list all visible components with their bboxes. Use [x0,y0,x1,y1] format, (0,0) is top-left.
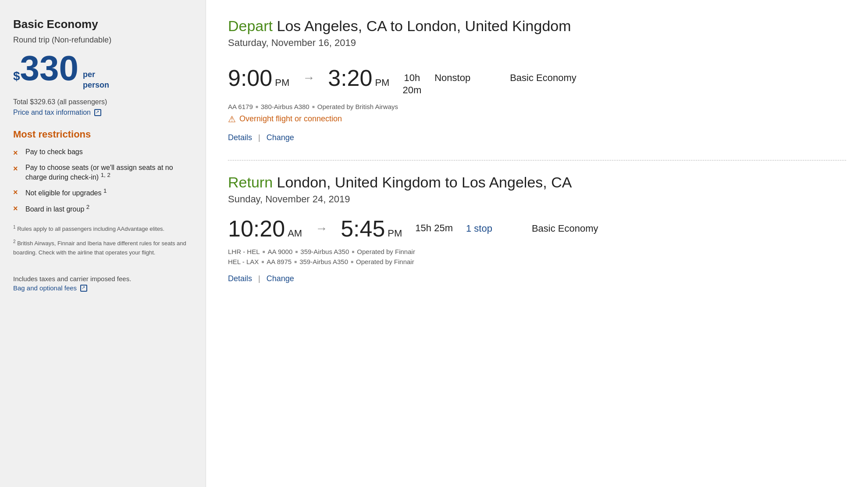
return-date: Sunday, November 24, 2019 [228,194,846,205]
depart-aircraft: 380-Airbus A380 [261,103,309,110]
return-label: Return [228,174,273,191]
dot-5: ■ [352,249,354,254]
depart-flight-number: AA 6179 [228,103,253,110]
overnight-warning: ⚠ Overnight flight or connection [228,114,846,124]
depart-title: Depart Los Angeles, CA to London, United… [228,18,846,35]
return-route: London, United Kingdom to Los Angeles, C… [277,174,572,191]
warning-triangle-icon: ⚠ [228,114,236,124]
restriction-text-2: Pay to choose seats (or we'll assign sea… [25,164,192,181]
section-title: Basic Economy [13,18,192,31]
return-depart-time-block: 10:20 AM [228,215,302,242]
depart-time-block: 9:00 PM [228,65,289,91]
return-flight1-info: LHR - HEL ■ AA 9000 ■ 359-Airbus A350 ■ … [228,248,846,255]
depart-info-row: AA 6179 ■ 380-Airbus A380 ■ Operated by … [228,103,846,110]
trip-type: Round trip (Non-refundable) [13,35,192,45]
depart-operated: Operated by British Airways [317,103,398,110]
external-link-icon [94,109,101,116]
section-divider [228,160,846,161]
footnote-block: 1 Rules apply to all passengers includin… [13,224,192,258]
x-icon-1: × [13,148,20,158]
return-arrive-ampm: PM [388,228,402,239]
return-actions: Details | Change [228,274,846,283]
price-row: $330 per person [13,51,192,95]
arrive-time-block: 3:20 PM [328,65,389,91]
dot-7: ■ [294,259,297,264]
return-arrive-time-block: 5:45 PM [341,215,402,242]
return-section: Return London, United Kingdom to Los Ang… [228,174,846,283]
depart-actions: Details | Change [228,133,846,142]
depart-date: Saturday, November 16, 2019 [228,37,846,49]
return-f2-number: AA 8975 [267,258,292,265]
return-header: Return London, United Kingdom to Los Ang… [228,174,846,205]
total-price: Total $329.63 (all passengers) [13,98,192,106]
return-flight2-info: HEL - LAX ■ AA 8975 ■ 359-Airbus A350 ■ … [228,258,846,265]
dollar-sign: $330 [13,51,78,86]
return-f1-route: LHR - HEL [228,248,260,255]
return-cabin: Basic Economy [532,223,598,234]
per-person-label: per person [83,70,109,90]
return-arrow-icon: → [315,222,327,236]
bag-optional-fees-link[interactable]: Bag and optional fees [13,284,192,292]
depart-ampm: PM [275,77,289,88]
return-f1-aircraft: 359-Airbus A350 [300,248,349,255]
left-panel: Basic Economy Round trip (Non-refundable… [0,0,206,487]
restriction-item-2: × Pay to choose seats (or we'll assign s… [13,164,192,181]
return-details-link[interactable]: Details [228,274,252,283]
restrictions-title: Most restrictions [13,129,192,140]
return-arrive-time: 5:45 [341,215,385,242]
depart-header: Depart Los Angeles, CA to London, United… [228,18,846,49]
restriction-item-3: × Not eligible for upgrades 1 [13,187,192,197]
return-duration: 15h 25m [415,222,453,235]
return-f1-number: AA 9000 [268,248,293,255]
x-icon-3: × [13,188,20,197]
depart-stops: Nonstop [434,72,470,84]
arrow-icon: → [302,71,315,85]
return-times-row: 10:20 AM → 5:45 PM 15h 25m 1 stop Basic … [228,215,846,242]
dot-1: ■ [256,104,258,109]
pipe-2: | [258,274,260,283]
price-tax-link[interactable]: Price and tax information [13,109,192,116]
right-panel: Depart Los Angeles, CA to London, United… [206,0,868,487]
dot-8: ■ [351,259,353,264]
return-change-link[interactable]: Change [267,274,294,283]
return-f1-operated: Operated by Finnair [357,248,415,255]
depart-time: 9:00 [228,65,272,91]
depart-cabin: Basic Economy [510,72,576,84]
restriction-item-4: × Board in last group 2 [13,204,192,213]
restriction-text-3: Not eligible for upgrades 1 [25,187,107,197]
restriction-item-1: × Pay to check bags [13,148,192,158]
x-icon-4: × [13,204,20,213]
restriction-text-4: Board in last group 2 [25,204,89,213]
depart-duration: 10h 20m [402,59,421,97]
bag-external-icon [80,285,87,292]
restriction-text-1: Pay to check bags [25,148,83,156]
return-f2-route: HEL - LAX [228,258,259,265]
depart-label: Depart [228,18,273,34]
arrive-ampm: PM [375,77,389,88]
depart-times-row: 9:00 PM → 3:20 PM 10h 20m Nonstop Basic … [228,59,846,97]
return-f2-operated: Operated by Finnair [356,258,414,265]
dot-6: ■ [261,259,264,264]
dot-2: ■ [312,104,315,109]
price-amount: 330 [20,49,78,88]
depart-route: Los Angeles, CA to London, United Kingdo… [277,18,571,34]
arrive-time: 3:20 [328,65,372,91]
footer-note: Includes taxes and carrier imposed fees.… [13,275,192,292]
dot-4: ■ [295,249,298,254]
x-icon-2: × [13,164,20,173]
return-stops-link[interactable]: 1 stop [466,223,492,234]
return-f2-aircraft: 359-Airbus A350 [299,258,348,265]
depart-section: Depart Los Angeles, CA to London, United… [228,18,846,142]
return-depart-ampm: AM [288,228,302,239]
return-title: Return London, United Kingdom to Los Ang… [228,174,846,191]
depart-change-link[interactable]: Change [267,133,294,142]
overnight-text: Overnight flight or connection [239,114,342,124]
dot-3: ■ [263,249,265,254]
return-depart-time: 10:20 [228,215,285,242]
depart-details-link[interactable]: Details [228,133,252,142]
pipe-1: | [258,133,260,142]
